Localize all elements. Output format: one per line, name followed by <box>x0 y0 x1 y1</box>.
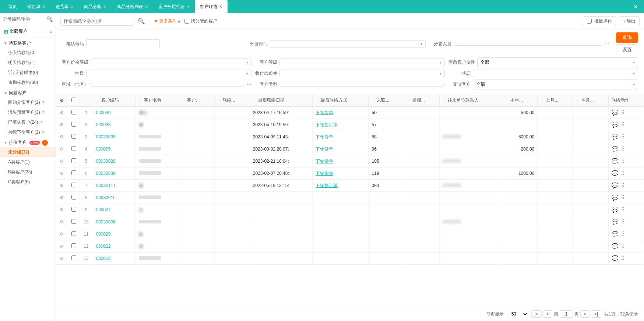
select-all-checkbox[interactable] <box>71 98 76 102</box>
row-last-contact-method[interactable]: 下销货单 <box>313 131 369 143</box>
last-contact-method-col-header[interactable]: ⋮ 最后联络方式 <box>313 94 369 107</box>
row-checkbox[interactable] <box>68 192 80 204</box>
this-year-col-header[interactable]: ⋮ 本年... <box>502 94 538 107</box>
sidebar-item-class-a[interactable]: A类客户(1) <box>0 157 56 167</box>
row-last-contact-method[interactable] <box>313 228 369 240</box>
sidebar-item-class-c[interactable]: C类客户(6) <box>0 177 56 187</box>
code-col-header[interactable]: ⋮ 客户编码 <box>93 94 136 107</box>
sidebar-search-input[interactable] <box>3 17 45 22</box>
this-month-col-header[interactable]: ⋮ 本月... <box>573 94 608 107</box>
more-action-icon[interactable]: ⠿ <box>621 231 625 237</box>
my-customers-check[interactable] <box>184 19 189 24</box>
days-no-contact-col-header[interactable]: ⋮ 未联... <box>369 94 404 107</box>
phone-input[interactable] <box>86 39 160 48</box>
row-select-checkbox[interactable] <box>71 231 76 236</box>
sidebar-section-pending[interactable]: ▼ 待联络客户 <box>0 38 56 48</box>
row-last-contact-method[interactable] <box>313 204 369 216</box>
unit-contacts-col-header[interactable]: ⋮ 往来单位联系人 <box>439 94 502 107</box>
row-code[interactable]: 000029 <box>93 228 136 240</box>
sidebar-item-7days[interactable]: 近7天待联络(0) <box>0 68 56 78</box>
overdue-col-header[interactable]: ⋮ 逾期... <box>404 94 439 107</box>
message-icon[interactable]: 💬 <box>612 146 619 152</box>
row-last-contact-method[interactable]: 下销货单 <box>313 155 369 167</box>
row-settings[interactable]: ⚙ <box>56 192 68 204</box>
more-conditions-button[interactable]: ▼ 更多条件 ∧ <box>154 18 181 24</box>
last-page-button[interactable]: >| <box>591 310 601 318</box>
message-icon[interactable]: 💬 <box>612 219 619 225</box>
close-icon[interactable]: ✕ <box>219 4 222 9</box>
nav-tab-home[interactable]: 首页 <box>3 0 22 13</box>
row-settings[interactable]: ⚙ <box>56 155 68 167</box>
sidebar-item-churn-warning[interactable]: 流失预警客户(3) ? <box>0 107 56 117</box>
row-settings[interactable]: ⚙ <box>56 119 68 131</box>
sidebar-item-overdue[interactable]: 逾期未联络(30) <box>0 78 56 88</box>
sidebar-item-churned[interactable]: 已流失客户(24) ? <box>0 117 56 127</box>
sidebar-section-value[interactable]: ▼ 价值客户 new ! <box>0 137 56 147</box>
last-contact-date-col-header[interactable]: ⋮ 最后联络日期 <box>250 94 312 107</box>
row-settings[interactable]: ⚙ <box>56 180 68 192</box>
row-code[interactable]: 00030005 <box>93 131 136 143</box>
row-checkbox[interactable] <box>68 131 80 143</box>
row-settings[interactable]: ⚙ <box>56 240 68 253</box>
customer-level-select[interactable]: ▾ <box>279 59 445 66</box>
nav-tab-sales[interactable]: 销货单 ✕ <box>22 0 50 13</box>
message-icon[interactable]: 💬 <box>612 255 619 262</box>
row-checkbox[interactable] <box>68 216 80 228</box>
more-action-icon[interactable]: ⠿ <box>621 194 625 201</box>
staff-select[interactable] <box>454 42 602 46</box>
row-checkbox[interactable] <box>68 119 80 131</box>
nav-tab-purchase[interactable]: 进货单 ✕ <box>50 0 79 13</box>
more-action-icon[interactable]: ⠿ <box>621 170 625 177</box>
row-select-checkbox[interactable] <box>71 146 76 151</box>
row-checkbox[interactable] <box>68 253 80 265</box>
close-icon[interactable]: ✕ <box>70 4 74 9</box>
message-icon[interactable]: 💬 <box>612 170 619 177</box>
row-checkbox[interactable] <box>68 155 80 167</box>
row-checkbox[interactable] <box>68 167 80 180</box>
type-col-header[interactable]: ⋮ 客户... <box>179 94 214 107</box>
row-code[interactable]: 00030028 <box>93 155 136 167</box>
row-select-checkbox[interactable] <box>71 134 76 139</box>
row-code[interactable]: 000005 <box>93 143 136 155</box>
batch-ops-button[interactable]: 批量操作 <box>583 16 616 26</box>
row-settings[interactable]: ⚙ <box>56 143 68 155</box>
row-checkbox[interactable] <box>68 180 80 192</box>
query-button[interactable]: 查询 <box>616 32 638 43</box>
message-icon[interactable]: 💬 <box>612 194 619 201</box>
row-settings[interactable]: ⚙ <box>56 228 68 240</box>
search-icon[interactable]: 🔍 <box>46 16 53 22</box>
row-select-checkbox[interactable] <box>71 170 76 175</box>
nav-tab-product-analysis[interactable]: 商品分析 ✕ <box>79 0 112 13</box>
sidebar-item-tomorrow[interactable]: 明天待联络(1) <box>0 58 56 68</box>
row-settings[interactable]: ⚙ <box>56 107 68 119</box>
customer-type-select[interactable] <box>279 83 445 87</box>
row-checkbox[interactable] <box>68 228 80 240</box>
prev-page-button[interactable]: < <box>543 310 552 318</box>
sidebar-item-ungroups[interactable]: 未分组(32) <box>0 147 56 157</box>
row-select-checkbox[interactable] <box>71 158 76 163</box>
message-icon[interactable]: 💬 <box>612 121 619 128</box>
more-action-icon[interactable]: ⠿ <box>621 134 625 140</box>
row-last-contact-method[interactable] <box>313 216 369 228</box>
contact-col-header[interactable]: ⋮ 联络... <box>214 94 250 107</box>
sidebar-item-today[interactable]: 今天待联络(0) <box>0 48 56 58</box>
ellipsis-button[interactable]: ··· <box>605 40 609 47</box>
sidebar-all-customers[interactable]: ⊞ 全部客户 « <box>0 25 56 38</box>
message-icon[interactable]: 💬 <box>612 109 619 116</box>
export-button[interactable]: ↑ 导出 <box>619 16 640 26</box>
more-action-icon[interactable]: ⠿ <box>621 121 625 128</box>
row-select-checkbox[interactable] <box>71 219 76 224</box>
close-icon[interactable]: ✕ <box>145 4 148 9</box>
message-icon[interactable]: 💬 <box>612 158 619 165</box>
row-settings[interactable]: ⚙ <box>56 253 68 265</box>
row-settings[interactable]: ⚙ <box>56 167 68 180</box>
nature-select[interactable]: ▾ <box>86 70 251 77</box>
nav-tab-product-list[interactable]: 商品分析列表 ✕ <box>112 0 153 13</box>
sidebar-item-class-b[interactable]: B类客户(33) <box>0 167 56 177</box>
row-code[interactable]: 000038 <box>93 119 136 131</box>
settings-col-header[interactable]: ⚙ <box>56 94 68 107</box>
row-select-checkbox[interactable] <box>71 255 76 260</box>
region-ellipsis-button[interactable]: ··· <box>247 81 251 88</box>
row-code[interactable]: 000040 <box>93 107 136 119</box>
message-icon[interactable]: 💬 <box>612 243 619 250</box>
